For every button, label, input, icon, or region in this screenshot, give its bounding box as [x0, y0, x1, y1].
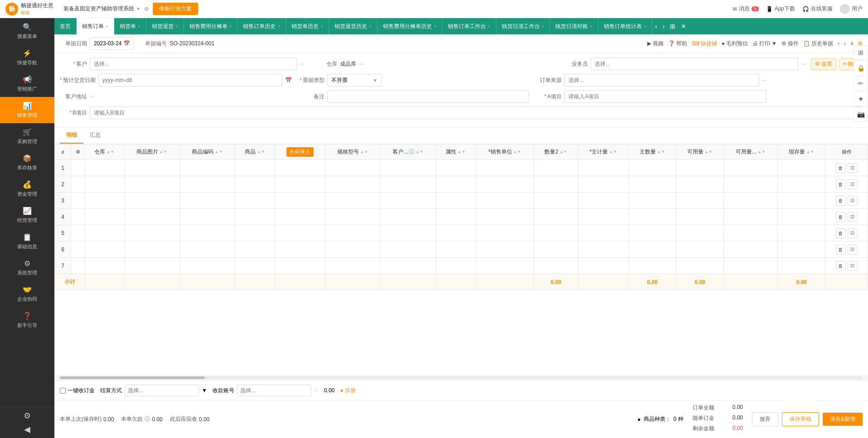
account-dots-icon[interactable]: ··· [314, 387, 319, 394]
customer-dots-icon[interactable]: ··· [300, 61, 305, 67]
tab-summary[interactable]: 汇总 [83, 128, 107, 144]
tab-sales-return[interactable]: 销货退货 × [146, 18, 184, 34]
tab-fee-split[interactable]: 销售费用分摊单 × [184, 18, 238, 34]
tab-more-button[interactable]: ⊞ [667, 23, 678, 30]
auto-checkout-checkbox[interactable]: 一键收订金 [60, 387, 95, 395]
sidebar-item-search[interactable]: 🔍 搜索菜单 [0, 18, 54, 44]
tab-sales-order[interactable]: 销售订单 × [77, 18, 114, 34]
th-spec[interactable]: 规格型号▲▼ [325, 144, 380, 160]
invoice-select[interactable]: 不开票 ▼ [327, 74, 382, 87]
sidebar-item-guide[interactable]: ❓ 新手引导 [0, 307, 54, 333]
th-customer-code[interactable]: 客户... ⓘ ▲▼ [380, 144, 436, 160]
tab-close-icon[interactable]: × [488, 24, 490, 29]
row-delete-button[interactable]: 🗑 [836, 245, 846, 255]
scroll-thumb[interactable] [60, 376, 205, 379]
settings-gear-icon[interactable]: ⚙ [144, 6, 149, 12]
tab-close-icon[interactable]: × [277, 24, 280, 29]
tab-daily-reconcile[interactable]: 钱货日清对账 × [550, 18, 598, 34]
tab-sales-invoice[interactable]: 销货单 × [114, 18, 146, 34]
tab-order-workbench[interactable]: 销售订单工作台 × [442, 18, 496, 34]
sidebar-settings-icon[interactable]: ⚙ [24, 411, 31, 421]
tab-close-icon[interactable]: × [644, 24, 646, 29]
sidebar-item-marketing[interactable]: 📢 营销推广 [0, 71, 54, 97]
th-image[interactable]: 商品图片▲▼ [124, 144, 179, 160]
remark-input[interactable] [327, 90, 529, 103]
add-button[interactable]: ● 添加 [340, 387, 355, 395]
discard-button[interactable]: 放弃 [752, 412, 778, 426]
system-name[interactable]: 装备及固定资产辅助管理系统 ▼ [63, 5, 141, 13]
tab-next-button[interactable]: › [660, 23, 668, 30]
row-copy-button[interactable]: ⊡ [848, 163, 858, 173]
tab-home[interactable]: 首页 [54, 18, 77, 34]
history-button[interactable]: 📋 历史单据 [803, 40, 833, 48]
scroll-track[interactable] [60, 376, 863, 379]
tab-invoice-history[interactable]: 销货单历史 × [286, 18, 329, 34]
th-warehouse[interactable]: 仓库▲▼ [85, 144, 125, 160]
tab-return-history[interactable]: 销货退货历史 × [329, 18, 378, 34]
sidebar-item-purchase[interactable]: 🛒 采购管理 [0, 123, 54, 149]
view-video-button[interactable]: ▶ 视频 [647, 40, 664, 48]
scan-button[interactable]: 扫码录入 [286, 147, 314, 157]
save-new-button[interactable]: 保存&新增 [823, 413, 863, 426]
date-input[interactable]: 2023-03-24 📅 [90, 37, 134, 50]
sidebar-item-system[interactable]: ⚙ 系统管理 [0, 255, 54, 281]
profit-button[interactable]: ● 毛利预估 [722, 40, 748, 48]
row-delete-button[interactable]: 🗑 [836, 196, 846, 206]
float-btn-4[interactable]: ★ [853, 91, 868, 106]
tab-close-icon[interactable]: × [229, 24, 232, 29]
tab-close-icon[interactable]: × [138, 24, 141, 29]
user-avatar-item[interactable]: 用户 [840, 4, 863, 14]
address-dots-icon[interactable]: ··· [90, 93, 94, 100]
tab-prev-button[interactable]: ‹ [652, 23, 660, 30]
th-attr[interactable]: 属性▲▼ [436, 144, 475, 160]
tab-daily-workbench[interactable]: 钱货日清工作台 × [496, 18, 550, 34]
row-delete-button[interactable]: 🗑 [836, 163, 846, 173]
th-main-unit[interactable]: *主计量▲▼ [578, 144, 629, 160]
staff-input[interactable] [591, 58, 798, 70]
warehouse-dots-icon[interactable]: ··· [359, 61, 364, 67]
auto-checkout-check[interactable] [60, 388, 66, 394]
tab-fee-history[interactable]: 销售费用分摊单历史 × [378, 18, 442, 34]
row-copy-button[interactable]: ⊡ [848, 228, 858, 238]
th-available[interactable]: 可用量▲▼ [676, 144, 724, 160]
tab-close-icon[interactable]: × [434, 24, 436, 29]
print-button[interactable]: 🖨 打印 ▼ [752, 40, 777, 48]
float-btn-2[interactable]: 🔒 [853, 61, 868, 75]
th-name[interactable]: 商品▲▼ [235, 144, 275, 160]
nav-next-button[interactable]: › [844, 40, 846, 47]
operation-button[interactable]: ⚙ 操作 [781, 40, 799, 48]
th-unit[interactable]: *销售单位▲▼ [475, 144, 534, 160]
app-download-item[interactable]: 📱 App下载 [766, 5, 795, 13]
row-delete-button[interactable]: 🗑 [836, 261, 846, 271]
sidebar-item-finance[interactable]: 💰 资金管理 [0, 176, 54, 202]
row-copy-button[interactable]: ⊡ [848, 245, 858, 255]
sidebar-item-inventory[interactable]: 📦 库存核算 [0, 149, 54, 176]
delivery-input[interactable] [98, 74, 282, 87]
settings-button[interactable]: ⚙ 设置 [811, 58, 836, 70]
tab-close-all-button[interactable]: ✕ [678, 23, 689, 30]
float-btn-5[interactable]: 📷 [853, 107, 868, 121]
customer-input[interactable] [90, 58, 297, 70]
th-code[interactable]: 商品编码▲▼ [179, 144, 235, 160]
tab-order-history[interactable]: 销售订单历史 × [238, 18, 286, 34]
tab-close-icon[interactable]: × [542, 24, 544, 29]
row-delete-button[interactable]: 🗑 [836, 179, 846, 189]
float-btn-1[interactable]: ⊞ [853, 45, 868, 60]
trial-solution-button[interactable]: 体验行业方案 [153, 3, 198, 15]
row-copy-button[interactable]: ⊡ [848, 261, 858, 271]
checkout-method-input[interactable] [125, 385, 199, 396]
float-btn-3[interactable]: ✏ [853, 76, 868, 91]
online-service-item[interactable]: 🎧 在线客服 [802, 5, 833, 13]
th-settings[interactable]: ⚙ [71, 144, 85, 160]
th-qty2[interactable]: 数量2▲▼ [534, 144, 578, 160]
nav-prev-button[interactable]: ‹ [838, 40, 839, 47]
th-current[interactable]: 现存量▲▼ [778, 144, 825, 160]
sidebar-item-basics[interactable]: 📋 基础信息 [0, 228, 54, 255]
save-draft-button[interactable]: 保存草稿 [782, 412, 819, 426]
tab-close-icon[interactable]: × [175, 24, 178, 29]
staff-dots-icon[interactable]: ··· [801, 61, 805, 67]
row-copy-button[interactable]: ⊡ [848, 212, 858, 222]
account-input[interactable] [237, 385, 311, 396]
shortcut-button[interactable]: ⌨ 快捷键 [692, 40, 717, 48]
order-source-input[interactable] [564, 74, 759, 87]
